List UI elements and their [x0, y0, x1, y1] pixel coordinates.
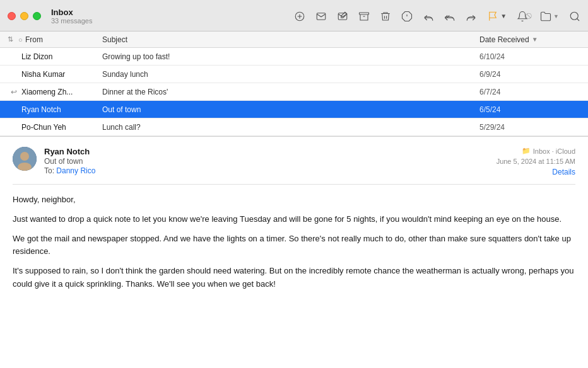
- message-body: Howdy, neighbor, Just wanted to drop a q…: [13, 193, 575, 291]
- close-button[interactable]: [8, 12, 16, 20]
- message-header: Ryan Notch Out of town To: Danny Rico 📁 …: [13, 147, 575, 176]
- reply-icon[interactable]: [423, 11, 434, 22]
- folder-chevron: ▼: [553, 13, 559, 20]
- message-subject-display: Out of town: [44, 157, 489, 166]
- search-icon[interactable]: [569, 11, 580, 22]
- table-row[interactable]: Po-Chun Yeh Lunch call? 5/29/24: [0, 118, 588, 136]
- svg-point-8: [20, 152, 29, 161]
- details-link[interactable]: Details: [552, 168, 575, 176]
- flag-icon[interactable]: ▼: [487, 11, 507, 22]
- table-row[interactable]: Liz Dizon Growing up too fast! 6/10/24: [0, 48, 588, 66]
- email-subject: Dinner at the Ricos': [102, 88, 479, 96]
- email-subject: Lunch call?: [102, 123, 479, 132]
- email-subject: Out of town: [102, 105, 479, 114]
- sort-controls[interactable]: ⇅ ○: [8, 35, 20, 43]
- reply-all-icon[interactable]: [444, 11, 456, 22]
- svg-rect-1: [317, 13, 326, 20]
- titlebar: Inbox 33 messages: [0, 0, 588, 32]
- message-to-name[interactable]: Danny Rico: [56, 166, 95, 175]
- email-date: 6/10/24: [479, 52, 580, 61]
- sender-name: Liz Dizon: [20, 52, 102, 61]
- message-date: June 5, 2024 at 11:15 AM: [497, 158, 575, 165]
- body-paragraph-3: We got the mail and newspaper stopped. A…: [13, 233, 575, 259]
- avatar-image: [13, 147, 37, 171]
- subject-column-header: Subject: [102, 35, 479, 44]
- body-paragraph-1: Howdy, neighbor,: [13, 193, 575, 207]
- sort-icon: ⇅: [8, 35, 13, 43]
- sender-name: Nisha Kumar: [20, 70, 102, 79]
- message-view: Ryan Notch Out of town To: Danny Rico 📁 …: [0, 137, 588, 368]
- list-header: ⇅ ○ From Subject Date Received ▼: [0, 32, 588, 48]
- sender-name: Xiaomeng Zh...: [20, 88, 102, 96]
- table-row[interactable]: Nisha Kumar Sunday lunch 6/9/24: [0, 66, 588, 83]
- message-to: To: Danny Rico: [44, 166, 489, 175]
- table-row[interactable]: ↩ Xiaomeng Zh... Dinner at the Ricos' 6/…: [0, 83, 588, 101]
- body-paragraph-4: It's supposed to rain, so I don't think …: [13, 265, 575, 291]
- message-right-meta: 📁 Inbox · iCloud June 5, 2024 at 11:15 A…: [497, 147, 575, 176]
- flag-dropdown-chevron[interactable]: ▼: [500, 13, 507, 20]
- compose-icon[interactable]: [337, 11, 348, 22]
- email-date: 6/7/24: [479, 88, 580, 96]
- message-divider: [13, 184, 575, 185]
- email-list: Liz Dizon Growing up too fast! 6/10/24 N…: [0, 48, 588, 137]
- toolbar: ▼ ⃠ ▼: [294, 11, 580, 22]
- folder-icon[interactable]: ▼: [540, 11, 559, 22]
- maximize-button[interactable]: [33, 12, 41, 20]
- minimize-button[interactable]: [20, 12, 28, 20]
- main-content: ⇅ ○ From Subject Date Received ▼ Liz Diz…: [0, 32, 588, 368]
- email-date: 6/5/24: [479, 105, 580, 114]
- email-subject: Sunday lunch: [102, 70, 479, 79]
- sender-name: Ryan Notch: [20, 105, 102, 114]
- notification-icon[interactable]: ⃠: [517, 11, 530, 22]
- forward-icon[interactable]: [466, 11, 477, 22]
- inbox-subtitle: 33 messages: [51, 17, 92, 25]
- archive-circle-icon[interactable]: [294, 11, 305, 22]
- inbox-title: Inbox: [51, 8, 92, 18]
- message-sender: Ryan Notch: [44, 147, 489, 156]
- email-date: 6/9/24: [479, 70, 580, 79]
- svg-rect-3: [360, 13, 369, 14]
- archive-box-icon[interactable]: [358, 11, 370, 22]
- table-row[interactable]: Ryan Notch Out of town 6/5/24: [0, 101, 588, 118]
- message-meta: Ryan Notch Out of town To: Danny Rico: [44, 147, 489, 175]
- replied-icon: ↩: [11, 88, 17, 96]
- window-controls: [8, 12, 41, 20]
- mail-icon[interactable]: [315, 11, 327, 22]
- date-column-header: Date Received ▼: [479, 35, 580, 44]
- inbox-title-block: Inbox 33 messages: [51, 8, 92, 25]
- from-column-header: From: [20, 35, 102, 44]
- email-subject: Growing up too fast!: [102, 52, 479, 61]
- date-sort-chevron[interactable]: ▼: [532, 36, 538, 43]
- sender-name: Po-Chun Yeh: [20, 123, 102, 132]
- trash-icon[interactable]: [380, 11, 391, 22]
- body-paragraph-2: Just wanted to drop a quick note to let …: [13, 213, 575, 226]
- row-indicator: ↩: [8, 88, 20, 96]
- avatar: [13, 147, 37, 171]
- junk-icon[interactable]: [401, 11, 413, 22]
- inbox-folder-icon: 📁: [522, 147, 531, 155]
- email-date: 5/29/24: [479, 123, 580, 132]
- message-location: 📁 Inbox · iCloud: [522, 147, 575, 155]
